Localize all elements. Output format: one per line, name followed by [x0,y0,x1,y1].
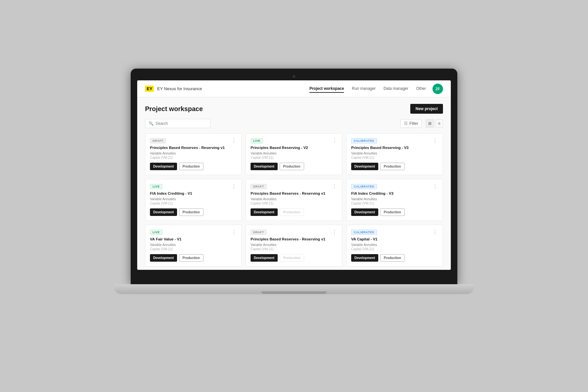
development-button[interactable]: Development [351,254,378,262]
card-actions: Development Production [251,254,337,262]
card-meta: Capital (VM-21) [251,202,337,205]
production-button[interactable]: Production [380,254,405,262]
card-title: Principles Based Reserving - V3 [351,145,438,150]
status-badge: LIVE [150,184,162,189]
card-header: LIVE ⋮ [251,138,337,143]
page-title: Project workspace [145,105,203,113]
card-menu-button[interactable]: ⋮ [433,184,438,189]
search-icon: 🔍 [149,121,154,126]
card-subtitle: Variable Annuities [351,197,438,201]
filter-icon: ☷ [404,121,408,126]
toolbar-right: ☷ Filter ⊞ ≡ [400,119,443,128]
project-card: LIVE ⋮ VA Fair Value - V1 Variable Annui… [145,225,242,267]
card-title: VA Fair Value - V1 [150,237,237,242]
card-title: FIA Index Crediting - V1 [150,191,237,196]
development-button[interactable]: Development [150,254,177,262]
card-menu-button[interactable]: ⋮ [332,230,337,235]
development-button[interactable]: Development [251,254,278,262]
card-actions: Development Production [150,254,237,262]
list-view-button[interactable]: ≡ [435,119,443,128]
card-menu-button[interactable]: ⋮ [332,138,337,143]
production-button[interactable]: Production [380,208,405,216]
card-subtitle: Variable Annuities [351,243,438,247]
card-title: Principles Based Reserves - Reserving v1 [150,145,237,150]
card-menu-button[interactable]: ⋮ [231,184,237,189]
card-subtitle: Variable Annuities [150,152,237,155]
filter-label: Filter [409,121,418,126]
view-toggle: ⊞ ≡ [426,119,443,128]
card-meta: Capital (VM-21) [351,247,438,251]
project-card: LIVE ⋮ FIA Index Crediting - V1 Variable… [145,179,242,221]
app-content: Project workspace New project 🔍 ☷ Filter [137,97,451,270]
project-card: DRAFT ⋮ Principles Based Reserves - Rese… [246,225,342,267]
laptop-bezel: EY EY Nexus for Insurance Project worksp… [131,69,457,284]
card-actions: Development Production [351,208,438,216]
card-meta: Capital (VM-21) [251,247,337,251]
search-box[interactable]: 🔍 [145,119,210,128]
card-subtitle: Variable Annuities [150,197,237,201]
page-header: Project workspace New project [145,104,443,114]
project-card: DRAFT ⋮ Principles Based Reserves - Rese… [246,179,342,221]
production-button[interactable]: Production [380,163,405,170]
development-button[interactable]: Development [251,163,278,170]
production-button[interactable]: Production [280,208,304,216]
nav-run-manager[interactable]: Run manager [352,85,376,93]
project-card: CALIBRATED ⋮ Principles Based Reserving … [346,133,443,175]
card-actions: Development Production [351,254,438,262]
card-meta: Capital (VM-21) [150,156,237,159]
production-button[interactable]: Production [280,254,304,262]
laptop-wrapper: EY EY Nexus for Insurance Project worksp… [114,69,474,323]
project-card: DRAFT ⋮ Principles Based Reserves - Rese… [145,133,242,175]
projects-grid: DRAFT ⋮ Principles Based Reserves - Rese… [145,133,443,270]
user-avatar[interactable]: ZF [433,84,443,94]
card-meta: Capital (VM-21) [351,156,438,159]
development-button[interactable]: Development [251,208,278,216]
card-header: DRAFT ⋮ [251,230,337,235]
new-project-button[interactable]: New project [410,104,443,114]
card-actions: Development Production [150,163,237,170]
development-button[interactable]: Development [351,163,378,170]
status-badge: DRAFT [251,184,267,189]
development-button[interactable]: Development [150,208,177,216]
laptop-screen: EY EY Nexus for Insurance Project worksp… [137,80,451,270]
filter-button[interactable]: ☷ Filter [400,119,422,128]
production-button[interactable]: Production [179,254,204,262]
status-badge: CALIBRATED [351,138,377,143]
production-button[interactable]: Production [179,163,204,170]
toolbar: 🔍 ☷ Filter ⊞ ≡ [145,119,443,128]
ey-logo: EY [145,86,154,92]
card-subtitle: Variable Annuities [251,243,337,247]
status-badge: DRAFT [150,138,166,143]
production-button[interactable]: Production [280,163,304,170]
card-header: CALIBRATED ⋮ [351,230,438,235]
search-input[interactable] [155,121,207,126]
project-card: CALIBRATED ⋮ VA Capital - V1 Variable An… [346,225,443,267]
card-header: CALIBRATED ⋮ [351,184,438,189]
card-menu-button[interactable]: ⋮ [433,138,438,143]
grid-view-button[interactable]: ⊞ [426,119,434,128]
card-menu-button[interactable]: ⋮ [231,138,237,143]
nav-other[interactable]: Other [416,85,426,93]
development-button[interactable]: Development [351,208,378,216]
card-actions: Development Production [351,163,438,170]
status-badge: CALIBRATED [351,184,377,189]
card-menu-button[interactable]: ⋮ [231,230,237,235]
card-header: DRAFT ⋮ [150,138,237,143]
card-header: CALIBRATED ⋮ [351,138,438,143]
card-title: FIA Index Crediting - V3 [351,191,438,196]
card-actions: Development Production [251,163,337,170]
card-menu-button[interactable]: ⋮ [433,230,438,235]
card-title: Principles Based Reserves - Reserving v1 [251,237,337,242]
card-meta: Capital (VM-21) [150,247,237,251]
card-menu-button[interactable]: ⋮ [332,184,337,189]
nav-data-manager[interactable]: Data manager [384,85,408,93]
nav-project-workspace[interactable]: Project workspace [309,85,344,93]
project-card: LIVE ⋮ Principles Based Reserving - V2 V… [246,133,342,175]
card-subtitle: Variable Annuities [351,152,438,155]
card-subtitle: Variable Annuities [251,152,337,155]
status-badge: CALIBRATED [351,230,377,235]
card-actions: Development Production [150,208,237,216]
development-button[interactable]: Development [150,163,177,170]
production-button[interactable]: Production [179,208,204,216]
card-subtitle: Variable Annuities [251,197,337,201]
